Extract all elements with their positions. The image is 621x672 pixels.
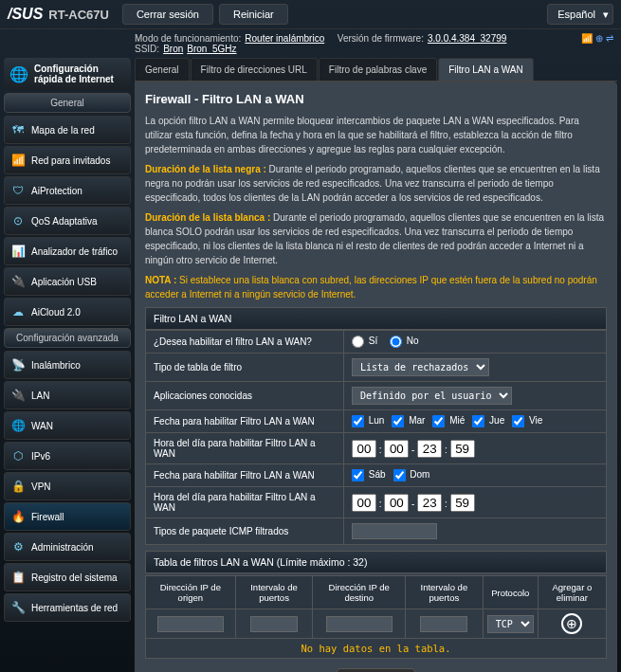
- tabs: GeneralFiltro de direcciones URLFiltro d…: [135, 58, 617, 82]
- mode-link[interactable]: Router inalámbrico: [245, 33, 324, 44]
- time2-cell: : - :: [343, 487, 606, 518]
- time-h1[interactable]: [352, 494, 376, 512]
- nav-icon: 🔥: [10, 509, 26, 524]
- tab-0[interactable]: General: [135, 58, 190, 81]
- sidebar: 🌐 Configuración rápida de Internet Gener…: [4, 58, 131, 672]
- section-filter-header: Filtro LAN a WAN: [145, 307, 607, 330]
- time-m2[interactable]: [450, 440, 475, 458]
- no-data: No hay datos en la tabla.: [146, 639, 607, 659]
- logo: /SUS: [8, 6, 43, 23]
- nav-icon: 🗺: [10, 122, 26, 137]
- mode-label: Modo de funcionamiento:: [135, 33, 241, 44]
- language-select[interactable]: Español: [547, 4, 613, 25]
- day-Lun[interactable]: Lun: [352, 415, 384, 426]
- table-type-label: Tipo de tabla de filtro: [146, 354, 344, 382]
- known-apps-label: Aplicaciones conocidas: [146, 382, 344, 410]
- desc-blacklist: Duración de la lista negra : Durante el …: [145, 162, 607, 205]
- day-Dom[interactable]: Dom: [393, 469, 430, 480]
- icmp-input[interactable]: [352, 523, 437, 539]
- sidebar-item-aplicación usb[interactable]: 🔌Aplicación USB: [4, 267, 131, 296]
- tab-2[interactable]: Filtro de palabras clave: [319, 58, 437, 81]
- ssid1-link[interactable]: Bron: [163, 44, 183, 54]
- nav-icon: 📊: [10, 244, 26, 259]
- nav-icon: 🔌: [10, 274, 26, 289]
- sidebar-item-vpn[interactable]: 🔒VPN: [4, 472, 131, 500]
- reboot-button[interactable]: Reiniciar: [219, 4, 288, 25]
- known-apps-select[interactable]: Definido por el usuario: [352, 387, 512, 405]
- sidebar-quick-setup[interactable]: 🌐 Configuración rápida de Internet: [4, 58, 131, 90]
- usb-icon[interactable]: ⇌: [606, 33, 613, 44]
- sidebar-item-inalámbrico[interactable]: 📡Inalámbrico: [4, 351, 131, 379]
- sidebar-item-lan[interactable]: 🔌LAN: [4, 381, 131, 409]
- time2-label: Hora del día para habilitar Filtro LAN a…: [146, 487, 344, 518]
- table-type-select[interactable]: Lista de rechazados: [352, 358, 489, 376]
- day-Mié[interactable]: Mié: [432, 415, 465, 426]
- day-Vie[interactable]: Vie: [512, 415, 542, 426]
- sidebar-advanced-header: Configuración avanzada: [4, 328, 131, 348]
- sidebar-item-qos adaptativa[interactable]: ⊙QoS Adaptativa: [4, 207, 131, 235]
- fw-label: Versión de firmware:: [338, 33, 424, 44]
- sidebar-item-mapa de la red[interactable]: 🗺Mapa de la red: [4, 116, 131, 144]
- enable-yes[interactable]: Sí: [352, 336, 377, 346]
- wifi-icon[interactable]: 📶: [581, 33, 593, 44]
- day-Mar[interactable]: Mar: [392, 415, 425, 426]
- src-port-input[interactable]: [250, 616, 298, 632]
- aimesh-icon[interactable]: ⊕: [595, 33, 603, 44]
- nav-icon: 📶: [10, 153, 26, 168]
- time-m1[interactable]: [384, 494, 409, 512]
- time-h1[interactable]: [352, 440, 376, 458]
- enable-no[interactable]: No: [390, 336, 419, 346]
- time1-label: Hora del día para habilitar Filtro LAN a…: [146, 433, 344, 464]
- tab-3[interactable]: Filtro LAN a WAN: [438, 58, 534, 81]
- nav-icon: 🔧: [10, 600, 26, 615]
- ssid-label: SSID:: [135, 44, 159, 54]
- time-m1[interactable]: [384, 440, 409, 458]
- sidebar-item-red para invitados[interactable]: 📶Red para invitados: [4, 146, 131, 174]
- globe-icon: 🌐: [9, 64, 28, 83]
- sidebar-item-registro del sistema[interactable]: 📋Registro del sistema: [4, 563, 131, 591]
- date2-label: Fecha para habilitar Filtro LAN a WAN: [146, 464, 344, 487]
- day-Sáb[interactable]: Sáb: [352, 469, 386, 480]
- sidebar-item-aicloud 2.0[interactable]: ☁AiCloud 2.0: [4, 298, 131, 326]
- sidebar-item-wan[interactable]: 🌐WAN: [4, 411, 131, 440]
- sidebar-item-ipv6[interactable]: ⬡IPv6: [4, 442, 131, 470]
- nav-icon: ⬡: [10, 448, 26, 463]
- sidebar-item-aiprotection[interactable]: 🛡AiProtection: [4, 176, 131, 205]
- col-header: Intervalo de puertos: [235, 576, 313, 609]
- fw-link[interactable]: 3.0.0.4.384_32799: [428, 33, 506, 44]
- icmp-label: Tipos de paquete ICMP filtrados: [146, 518, 344, 545]
- time-h2[interactable]: [417, 440, 442, 458]
- time-m2[interactable]: [450, 494, 475, 512]
- sidebar-general-header: General: [4, 93, 131, 113]
- dst-ip-input[interactable]: [326, 616, 393, 632]
- protocol-select[interactable]: TCP: [487, 615, 534, 633]
- src-ip-input[interactable]: [157, 616, 224, 632]
- filter-table: Dirección IP de origenIntervalo de puert…: [145, 575, 607, 659]
- time-h2[interactable]: [417, 494, 442, 512]
- desc-intro: La opción filtro LAN a WAN permite bloqu…: [145, 114, 607, 156]
- desc-note: NOTA : Si establece una lista blanca con…: [145, 273, 607, 301]
- section-table-header: Tabla de filtros LAN a WAN (Límite máxim…: [145, 551, 607, 573]
- col-header: Protocolo: [483, 576, 538, 609]
- ssid2-link[interactable]: Bron_5GHz: [187, 44, 236, 54]
- date1-cell: Lun Mar Mié Jue Vie: [343, 410, 606, 433]
- day-Jue[interactable]: Jue: [472, 415, 504, 426]
- page-title: Firewall - Filtro LAN a WAN: [145, 92, 607, 106]
- header: /SUS RT-AC67U Cerrar sesión Reiniciar Es…: [0, 0, 621, 29]
- logout-button[interactable]: Cerrar sesión: [122, 4, 213, 25]
- form-table: ¿Desea habilitar el filtro LAN a WAN? Sí…: [145, 330, 607, 545]
- sidebar-item-administración[interactable]: ⚙Administración: [4, 533, 131, 561]
- sidebar-item-herramientas de red[interactable]: 🔧Herramientas de red: [4, 593, 131, 622]
- dst-port-input[interactable]: [420, 616, 467, 632]
- nav-icon: 📋: [10, 570, 26, 585]
- nav-icon: 📡: [10, 357, 26, 372]
- enable-cell: Sí No: [343, 331, 606, 354]
- apply-button[interactable]: Aplicar: [337, 668, 416, 672]
- sidebar-item-analizador de tráfico[interactable]: 📊Analizador de tráfico: [4, 237, 131, 265]
- nav-icon: ☁: [10, 304, 26, 319]
- add-button[interactable]: ⊕: [561, 613, 582, 634]
- content: GeneralFiltro de direcciones URLFiltro d…: [135, 58, 617, 672]
- tab-1[interactable]: Filtro de direcciones URL: [191, 58, 318, 81]
- sidebar-item-firewall[interactable]: 🔥Firewall: [4, 502, 131, 531]
- enable-label: ¿Desea habilitar el filtro LAN a WAN?: [146, 331, 344, 354]
